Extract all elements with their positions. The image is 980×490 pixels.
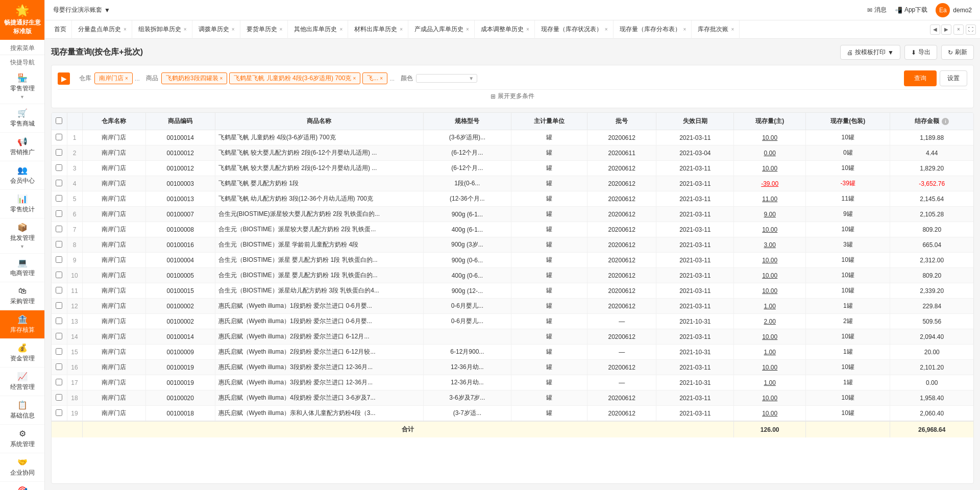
sidebar-item-wholesale-mgmt[interactable]: 📦 批发管理 ▼ (0, 218, 44, 254)
row-qty-main[interactable]: 10.00 (734, 283, 806, 299)
tab-yaohuo[interactable]: 要货单历史 × (241, 20, 288, 39)
sidebar-search-menu[interactable]: 搜索菜单 (0, 40, 44, 55)
nav-prev-arrow[interactable]: ◀ (930, 24, 940, 35)
tab-close-icon[interactable]: × (526, 27, 529, 32)
balance-info-icon[interactable]: i (942, 118, 949, 125)
row-qty-main[interactable]: 10.00 (734, 360, 806, 375)
goods-ellipsis[interactable]: ... (389, 75, 395, 82)
sidebar-item-retail-stats[interactable]: 📊 零售统计 (0, 190, 44, 218)
row-checkbox[interactable] (56, 134, 62, 140)
export-btn[interactable]: ⬇ 导出 (904, 45, 937, 60)
row-checkbox[interactable] (56, 317, 62, 324)
tag-close-icon[interactable]: × (220, 76, 223, 81)
color-input[interactable]: ▼ (416, 74, 477, 83)
sidebar-item-inventory[interactable]: 🏦 库存核算 (0, 310, 44, 339)
row-checkbox[interactable] (56, 180, 62, 186)
message-btn[interactable]: ✉ 消息 (867, 6, 887, 14)
row-checkbox[interactable] (56, 226, 62, 232)
filter-expand-btn[interactable]: ▶ (58, 72, 70, 85)
row-qty-main[interactable]: 10.00 (734, 222, 806, 237)
sidebar-item-member-center[interactable]: 👥 会员中心 (0, 161, 44, 190)
row-qty-main[interactable]: 9.00 (734, 207, 806, 222)
row-qty-main[interactable]: 1.00 (734, 299, 806, 314)
row-checkbox[interactable] (56, 210, 62, 217)
row-checkbox[interactable] (56, 272, 62, 278)
sidebar-item-system[interactable]: ⚙ 系统管理 (0, 425, 44, 453)
tab-close-icon[interactable]: × (280, 27, 283, 32)
tab-chengben[interactable]: 成本调整单历史 × (476, 20, 535, 39)
nav-close-btn[interactable]: × (953, 24, 964, 35)
tab-close-icon[interactable]: × (400, 27, 403, 32)
sidebar-item-operation[interactable]: 📈 经营管理 (0, 368, 44, 396)
row-qty-main[interactable]: 2.00 (734, 314, 806, 329)
tab-xiancunliang-fenbu[interactable]: 现存量（库存分布表） × (615, 20, 692, 39)
row-qty-main[interactable]: 10.00 (734, 268, 806, 283)
home-tab[interactable]: 首页 (49, 20, 72, 39)
row-checkbox[interactable] (56, 195, 62, 202)
tab-diaob[interactable]: 调拨单历史 × (193, 20, 240, 39)
goods-tag-1[interactable]: 飞鹤奶粉3段四罐装 × (161, 72, 228, 84)
row-checkbox[interactable] (56, 363, 62, 370)
nav-maximize-btn[interactable]: ⛶ (966, 24, 976, 35)
row-qty-main[interactable]: 10.00 (734, 329, 806, 345)
tab-close-icon[interactable]: × (339, 27, 342, 32)
tab-close-icon[interactable]: × (232, 27, 235, 32)
settings-btn[interactable]: 设置 (940, 70, 967, 86)
tab-cailiao[interactable]: 材料出库单历史 × (349, 20, 408, 39)
tab-close-icon[interactable]: × (605, 27, 608, 32)
tab-zuzhuang[interactable]: 组装拆卸单历史 × (133, 20, 192, 39)
row-checkbox[interactable] (56, 409, 62, 416)
sidebar-item-new-guide[interactable]: 🎯 新手引导 (0, 482, 44, 490)
sidebar-item-purchase[interactable]: 🛍 采购管理 (0, 282, 44, 310)
sidebar-item-basic-info[interactable]: 📋 基础信息 (0, 396, 44, 425)
sidebar-item-marketing[interactable]: 📢 营销推广 (0, 133, 44, 161)
warehouse-ellipsis[interactable]: ... (135, 75, 140, 82)
sidebar-item-retail-shop[interactable]: 🛒 零售商城 (0, 104, 44, 133)
row-qty-main[interactable]: 10.00 (734, 130, 806, 145)
row-qty-main[interactable]: 10.00 (734, 406, 806, 422)
sidebar-item-retail-mgmt[interactable]: 🏪 零售管理 ▼ (0, 69, 44, 104)
tab-close-icon[interactable]: × (466, 27, 469, 32)
row-checkbox[interactable] (56, 149, 62, 156)
row-qty-main[interactable]: 10.00 (734, 161, 806, 176)
sidebar-item-finance[interactable]: 💰 资金管理 (0, 339, 44, 368)
tab-close-icon[interactable]: × (184, 27, 187, 32)
tab-kucun-pipicizhang[interactable]: 库存批次账 × (693, 20, 740, 39)
tag-close-icon[interactable]: × (353, 76, 356, 81)
row-checkbox[interactable] (56, 164, 62, 171)
row-checkbox[interactable] (56, 287, 62, 293)
row-checkbox[interactable] (56, 302, 62, 309)
tab-close-icon[interactable]: × (731, 27, 734, 32)
query-btn[interactable]: 查询 (904, 70, 937, 86)
tag-close-icon[interactable]: × (125, 76, 128, 81)
sidebar-quick-nav[interactable]: 快捷导航 (0, 55, 44, 69)
row-checkbox[interactable] (56, 241, 62, 248)
row-qty-main[interactable]: 3.00 (734, 237, 806, 253)
row-qty-main[interactable]: 10.00 (734, 253, 806, 268)
expand-conditions-btn[interactable]: ⊞ 展开更多条件 (58, 89, 967, 103)
row-qty-main[interactable]: 10.00 (734, 390, 806, 406)
goods-tag-3[interactable]: 飞... × (362, 72, 387, 84)
tab-xiancunliang-kuzhuang[interactable]: 现存量（库存状况表） × (536, 20, 614, 39)
tab-fenpan[interactable]: 分量盘点单历史 × (73, 20, 132, 39)
account-selector[interactable]: 母婴行业演示账套 ▼ (53, 6, 110, 14)
tab-close-icon[interactable]: × (124, 27, 127, 32)
sidebar-item-ecommerce[interactable]: 💻 电商管理 (0, 254, 44, 282)
row-checkbox[interactable] (56, 333, 62, 339)
app-download-btn[interactable]: 📲 App下载 (895, 6, 927, 14)
tag-close-icon[interactable]: × (380, 76, 383, 81)
warehouse-tag-nanan[interactable]: 南岸门店 × (94, 72, 133, 84)
row-checkbox[interactable] (56, 394, 62, 401)
row-qty-main[interactable]: -39.00 (734, 176, 806, 191)
nav-next-arrow[interactable]: ▶ (941, 24, 951, 35)
row-qty-main[interactable]: 1.00 (734, 345, 806, 360)
tab-chancheng[interactable]: 产成品入库单历史 × (409, 20, 475, 39)
row-qty-main[interactable]: 11.00 (734, 191, 806, 207)
tab-qita[interactable]: 其他出库单历史 × (289, 20, 348, 39)
user-profile[interactable]: Ea demo2 (936, 3, 972, 17)
row-qty-main[interactable]: 1.00 (734, 375, 806, 390)
tab-close-icon[interactable]: × (683, 27, 687, 32)
row-checkbox[interactable] (56, 256, 62, 263)
row-checkbox[interactable] (56, 379, 62, 385)
print-btn[interactable]: 🖨 按模板打印 ▼ (840, 45, 900, 60)
